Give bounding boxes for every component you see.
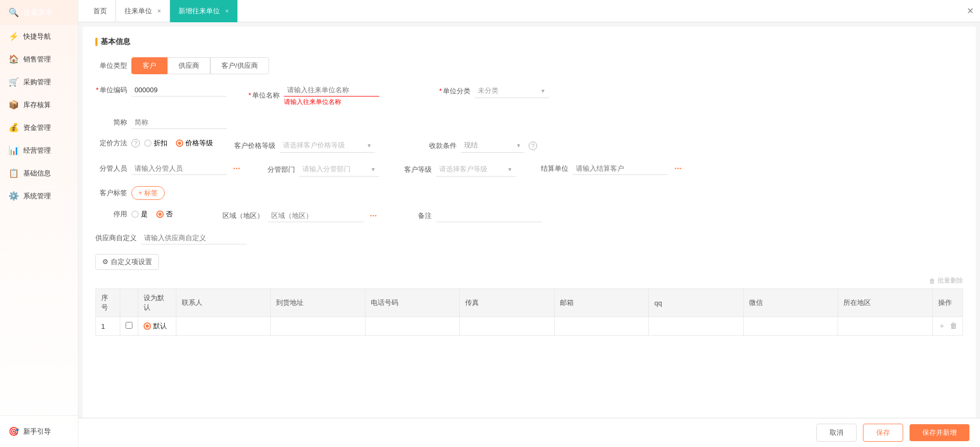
sidebar-item-label: 经营管理 <box>23 146 51 155</box>
sidebar-item-guide[interactable]: 🎯 新手引导 <box>0 420 78 443</box>
customer-tags-field: 客户标签 + 标签 <box>95 186 201 200</box>
region-input[interactable] <box>268 209 363 222</box>
add-row-icon[interactable]: ＋ <box>938 321 946 331</box>
cell-contact[interactable] <box>176 317 271 336</box>
col-wechat: 微信 <box>743 289 838 317</box>
tab-new-partner-close[interactable]: × <box>225 7 229 15</box>
cell-wechat[interactable] <box>743 317 838 336</box>
sidebar-item-label: 采购管理 <box>23 77 51 87</box>
email-input[interactable] <box>560 322 644 330</box>
customer-level-field: 客户等级 请选择客户等级 ▼ <box>400 162 515 177</box>
sidebar-item-sales[interactable]: 🏠 销售管理 <box>0 48 78 71</box>
unit-category-label: *单位分类 <box>439 86 470 96</box>
sidebar-item-search[interactable]: 🔍 搜索菜单 <box>0 0 78 25</box>
delete-row-icon[interactable]: 🗑 <box>950 321 957 331</box>
guide-icon: 🎯 <box>8 426 19 436</box>
customer-level-select[interactable]: 请选择客户等级 ▼ <box>436 162 515 177</box>
department-select[interactable]: 请输入分管部门 ▼ <box>299 162 379 177</box>
shortname-row: 简称 <box>95 116 963 129</box>
tab-home[interactable]: 首页 <box>85 0 116 22</box>
manager-input[interactable] <box>131 162 227 175</box>
sidebar-item-system[interactable]: ⚙️ 系统管理 <box>0 185 78 207</box>
unit-category-select[interactable]: 未分类 ▼ <box>475 84 549 98</box>
manager-more-icon[interactable]: ··· <box>231 164 242 173</box>
batch-delete-button[interactable]: 🗑 批量删除 <box>929 276 963 285</box>
cell-checkbox[interactable] <box>120 317 138 336</box>
row-radio-circle <box>144 322 151 330</box>
sidebar-item-operations[interactable]: 📊 经营管理 <box>0 139 78 162</box>
customer-price-level-select[interactable]: 请选择客户价格等级 ▼ <box>280 138 375 153</box>
pricing-row: 定价方法 ? 折扣 价格等级 客户价格等级 请选择客户价格等级 <box>95 138 963 153</box>
row-default-radio[interactable]: 默认 <box>144 321 171 331</box>
unit-name-field: *单位名称 请输入往来单位名称 <box>248 84 417 107</box>
pricing-help-icon[interactable]: ? <box>131 139 140 147</box>
custom-settings-button[interactable]: ⚙ 自定义项设置 <box>95 254 159 270</box>
unit-btn-customer[interactable]: 客户 <box>131 57 167 74</box>
sidebar-item-basic-info[interactable]: 📋 基础信息 <box>0 162 78 185</box>
radio-discount[interactable]: 折扣 <box>144 138 167 148</box>
search-icon: 🔍 <box>8 7 19 17</box>
cell-fax[interactable] <box>460 317 555 336</box>
supplier-custom-input[interactable] <box>141 232 247 244</box>
sidebar-item-quick-nav[interactable]: ⚡ 快捷导航 <box>0 25 78 48</box>
save-and-new-button[interactable]: 保存并新增 <box>910 424 969 441</box>
sidebar-item-finance[interactable]: 💰 资金管理 <box>0 116 78 139</box>
radio-yes[interactable]: 是 <box>131 209 148 219</box>
tab-new-partner[interactable]: 新增往来单位 × <box>170 0 238 22</box>
cell-phone[interactable] <box>365 317 460 336</box>
radio-discount-label: 折扣 <box>154 138 167 148</box>
unit-btn-supplier[interactable]: 供应商 <box>167 57 210 74</box>
address-input[interactable] <box>276 322 360 330</box>
tab-partner-close[interactable]: × <box>157 7 161 15</box>
department-label: 分管部门 <box>263 165 295 174</box>
contact-input[interactable] <box>182 322 265 330</box>
add-tag-button[interactable]: + 标签 <box>131 186 165 200</box>
region-more-icon[interactable]: ··· <box>368 211 379 221</box>
row-actions: ＋ 🗑 <box>938 321 957 331</box>
unit-type-group: 客户 供应商 客户/供应商 <box>131 57 269 74</box>
short-name-input[interactable] <box>131 116 227 129</box>
cell-qq[interactable] <box>649 317 744 336</box>
unit-btn-both[interactable]: 客户/供应商 <box>210 57 269 74</box>
code-name-row: *单位编码 *单位名称 请输入往来单位名称 *单位分类 未分类 <box>95 84 963 107</box>
payment-terms-label: 收款条件 <box>425 141 457 151</box>
phone-input[interactable] <box>371 322 455 330</box>
sidebar-item-label: 资金管理 <box>23 123 51 133</box>
sidebar-item-inventory[interactable]: 📦 库存核算 <box>0 93 78 116</box>
settlement-more-icon[interactable]: ··· <box>672 164 683 173</box>
cell-email[interactable] <box>554 317 649 336</box>
tabbar: 首页 往来单位 × 新增往来单位 × ✕ <box>78 0 980 22</box>
cell-default: 默认 <box>138 317 176 336</box>
cell-region[interactable] <box>838 317 933 336</box>
unit-name-input[interactable] <box>284 84 379 97</box>
radio-circle-yes <box>131 211 139 218</box>
cell-seq: 1 <box>96 317 120 336</box>
customer-price-level-field: 客户价格等级 请选择客户价格等级 ▼ <box>234 138 404 153</box>
radio-price-level[interactable]: 价格等级 <box>176 138 213 148</box>
cell-address[interactable] <box>271 317 366 336</box>
sidebar: 🔍 搜索菜单 ⚡ 快捷导航 🏠 销售管理 🛒 采购管理 📦 库存核算 💰 资金管… <box>0 0 78 447</box>
row-checkbox[interactable] <box>126 322 132 329</box>
wechat-input[interactable] <box>749 322 833 330</box>
sidebar-item-label: 快捷导航 <box>23 32 51 41</box>
sales-icon: 🏠 <box>8 54 19 64</box>
fax-input[interactable] <box>465 322 549 330</box>
qq-input[interactable] <box>654 322 738 330</box>
cancel-button[interactable]: 取消 <box>816 424 857 442</box>
payment-terms-help-icon[interactable]: ? <box>529 142 537 150</box>
settlement-unit-input[interactable] <box>573 162 668 175</box>
payment-terms-select[interactable]: 现结 ▼ <box>461 138 524 153</box>
window-close-icon[interactable]: ✕ <box>967 6 974 16</box>
row-default-label: 默认 <box>153 321 167 331</box>
radio-no[interactable]: 否 <box>156 209 173 219</box>
chevron-down-icon: ▼ <box>367 143 372 148</box>
radio-circle-discount <box>144 139 152 147</box>
remark-input[interactable] <box>436 209 542 222</box>
unit-category-field: *单位分类 未分类 ▼ <box>439 84 549 98</box>
sidebar-item-purchase[interactable]: 🛒 采购管理 <box>0 71 78 93</box>
customer-price-level-label: 客户价格等级 <box>234 141 275 151</box>
unit-code-input[interactable] <box>131 84 227 97</box>
save-button[interactable]: 保存 <box>863 424 903 442</box>
region-input2[interactable] <box>843 322 927 330</box>
tab-partner[interactable]: 往来单位 × <box>116 0 170 22</box>
